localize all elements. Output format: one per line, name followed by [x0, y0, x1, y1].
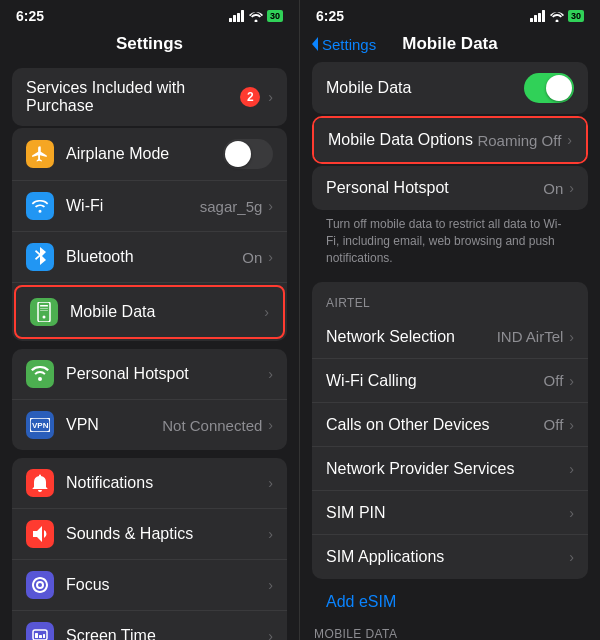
wifi-calling-row[interactable]: Wi-Fi Calling Off ›: [312, 359, 588, 403]
notifications-card: Notifications › Sounds & Haptics › Focus…: [12, 458, 287, 640]
services-badge: 2: [240, 87, 260, 107]
add-esim-row[interactable]: Add eSIM: [312, 581, 588, 623]
sim-pin-row[interactable]: SIM PIN ›: [312, 491, 588, 535]
airplane-mode-row[interactable]: Airplane Mode: [12, 128, 287, 181]
personal-hotspot-left-row[interactable]: Personal Hotspot ›: [12, 349, 287, 400]
wifi-icon-bg: [26, 192, 54, 220]
mobile-data-row[interactable]: Mobile Data ›: [14, 285, 285, 339]
airplane-icon-bg: [26, 140, 54, 168]
right-hotspot-card: Personal Hotspot On ›: [312, 166, 588, 210]
right-back-button[interactable]: Settings: [310, 36, 376, 53]
wifi-icon: [31, 199, 49, 213]
svg-rect-0: [229, 18, 232, 22]
personal-hotspot-left-label: Personal Hotspot: [66, 365, 268, 383]
left-battery: 30: [267, 10, 283, 22]
vpn-icon: VPN: [30, 418, 50, 432]
airplane-label: Airplane Mode: [66, 145, 223, 163]
sounds-icon-bg: [26, 520, 54, 548]
airplane-icon: [31, 145, 49, 163]
screen-time-row[interactable]: Screen Time ›: [12, 611, 287, 640]
svg-rect-16: [530, 18, 533, 22]
svg-point-8: [43, 316, 46, 319]
screentime-icon-bg: [26, 622, 54, 640]
focus-row[interactable]: Focus ›: [12, 560, 287, 611]
svg-text:VPN: VPN: [32, 421, 49, 430]
svg-rect-14: [39, 635, 42, 638]
sounds-row[interactable]: Sounds & Haptics ›: [12, 509, 287, 560]
services-chevron: ›: [268, 89, 273, 105]
right-back-label: Settings: [322, 36, 376, 53]
airtel-card: AIRTEL Network Selection IND AirTel › Wi…: [312, 282, 588, 579]
mobile-data-icon-bg: [30, 298, 58, 326]
hotspot-vpn-card: Personal Hotspot › VPN VPN Not Connected…: [12, 349, 287, 450]
svg-rect-2: [237, 13, 240, 22]
bluetooth-icon: [33, 247, 47, 267]
sound-icon: [31, 525, 49, 543]
services-card[interactable]: Services Included with Purchase 2 ›: [12, 68, 287, 126]
airtel-section-label: AIRTEL: [312, 282, 588, 315]
wifi-row[interactable]: Wi-Fi sagar_5g ›: [12, 181, 287, 232]
right-title: Mobile Data: [402, 34, 497, 54]
bluetooth-label: Bluetooth: [66, 248, 242, 266]
services-row[interactable]: Services Included with Purchase 2 ›: [12, 68, 287, 126]
right-wifi-icon: [550, 11, 564, 22]
sim-applications-row[interactable]: SIM Applications ›: [312, 535, 588, 579]
connectivity-card: Airplane Mode Wi-Fi sagar_5g › Bluetoot: [12, 128, 287, 341]
screen-time-label: Screen Time: [66, 627, 268, 640]
bluetooth-icon-bg: [26, 243, 54, 271]
sounds-label: Sounds & Haptics: [66, 525, 268, 543]
mobile-data-options-row[interactable]: Mobile Data Options Roaming Off ›: [314, 118, 586, 162]
mobile-data-label: Mobile Data: [70, 303, 264, 321]
wifi-calling-value: Off: [544, 372, 564, 389]
left-title: Settings: [116, 34, 183, 54]
mobile-data-options-value: Roaming Off: [477, 132, 561, 149]
wifi-calling-label: Wi-Fi Calling: [326, 372, 544, 390]
left-status-icons: 30: [229, 10, 283, 22]
wifi-status-icon: [249, 11, 263, 22]
left-status-bar: 6:25 30: [0, 0, 299, 28]
calls-other-value: Off: [544, 416, 564, 433]
mobile-data-toggle-label: Mobile Data: [326, 79, 524, 97]
mobile-data-options-label: Mobile Data Options: [328, 131, 477, 149]
svg-rect-6: [40, 308, 48, 309]
wifi-value: sagar_5g: [200, 198, 263, 215]
airplane-toggle[interactable]: [223, 139, 273, 169]
right-hotspot-label: Personal Hotspot: [326, 179, 543, 197]
left-scroll[interactable]: Services Included with Purchase 2 › Airp…: [0, 62, 299, 640]
svg-rect-7: [40, 310, 48, 311]
focus-icon-bg: [26, 571, 54, 599]
vpn-row[interactable]: VPN VPN Not Connected ›: [12, 400, 287, 450]
calls-other-label: Calls on Other Devices: [326, 416, 544, 434]
mobile-data-toggle-row[interactable]: Mobile Data: [312, 62, 588, 114]
sim-applications-label: SIM Applications: [326, 548, 569, 566]
svg-rect-13: [35, 633, 38, 638]
bluetooth-row[interactable]: Bluetooth On ›: [12, 232, 287, 283]
focus-icon: [31, 576, 49, 594]
screentime-icon: [31, 627, 49, 640]
sim-pin-label: SIM PIN: [326, 504, 569, 522]
mobile-data-desc: Turn off mobile data to restrict all dat…: [312, 212, 588, 274]
back-chevron-icon: [310, 36, 320, 52]
network-provider-row[interactable]: Network Provider Services ›: [312, 447, 588, 491]
svg-rect-18: [538, 13, 541, 22]
signal-icon: [229, 10, 245, 22]
vpn-label: VPN: [66, 416, 162, 434]
calls-other-row[interactable]: Calls on Other Devices Off ›: [312, 403, 588, 447]
services-label: Services Included with Purchase: [26, 79, 240, 115]
svg-rect-17: [534, 15, 537, 22]
left-time: 6:25: [16, 8, 44, 24]
network-provider-label: Network Provider Services: [326, 460, 569, 478]
right-battery: 30: [568, 10, 584, 22]
mobile-data-options-highlight: Mobile Data Options Roaming Off ›: [312, 116, 588, 164]
mobile-data-toggle[interactable]: [524, 73, 574, 103]
right-scroll[interactable]: Mobile Data Mobile Data Options Roaming …: [300, 62, 600, 640]
add-esim-label: Add eSIM: [326, 593, 396, 610]
notifications-row[interactable]: Notifications ›: [12, 458, 287, 509]
right-status-bar: 6:25 30: [300, 0, 600, 28]
notifications-label: Notifications: [66, 474, 268, 492]
right-hotspot-row[interactable]: Personal Hotspot On ›: [312, 166, 588, 210]
network-selection-row[interactable]: Network Selection IND AirTel ›: [312, 315, 588, 359]
mobile-data-toggle-card[interactable]: Mobile Data: [312, 62, 588, 114]
right-status-icons: 30: [530, 10, 584, 22]
right-signal-icon: [530, 10, 546, 22]
